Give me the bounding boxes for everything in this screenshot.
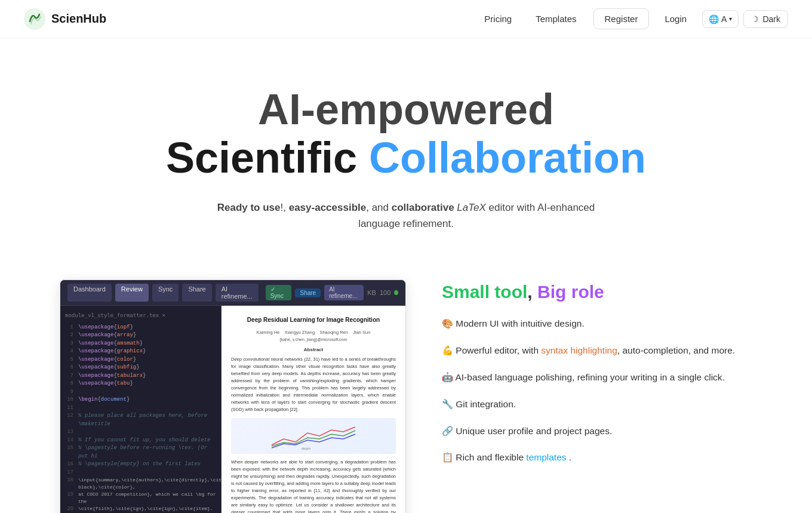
feature-emoji-3: 🔧 [442,399,453,409]
ai-btn[interactable]: AI refineme... [324,285,364,300]
features-heading-green: Small tool [442,282,527,302]
preview-authors: Kaiming He Xiangyu Zhang Shaoqing Ren Ji… [231,329,396,343]
logo-icon [24,8,45,30]
feature-item-3: 🔧 Git integration. [442,397,752,412]
sync-button[interactable]: ✓ Sync [266,285,292,300]
status-dot [394,290,398,295]
language-selector[interactable]: 🌐 A ▾ [702,10,739,28]
main-content: Dashboard Review Sync Share AI refineme.… [0,268,812,513]
syntax-highlight-link[interactable]: syntax highlighting [541,345,617,355]
screenshot-panel: Dashboard Review Sync Share AI refineme.… [60,279,406,513]
tab-review[interactable]: Review [115,284,149,302]
templates-link[interactable]: templates [526,452,566,462]
nav-pricing[interactable]: Pricing [475,9,521,29]
screenshot-body: module_v1_style_formatter.tex × 1\usepac… [60,306,405,513]
topbar-tabs: Dashboard Review Sync Share AI refineme.… [67,284,259,302]
preview-paper-title: Deep Residual Learning for Image Recogni… [231,315,396,324]
preview-abstract-heading: Abstract [231,346,396,354]
preview-body-text: When deeper networks are able to start c… [231,459,396,513]
chevron-down-icon: ▾ [729,16,732,22]
subtitle-excl: ! [281,202,284,213]
share-btn[interactable]: Share [295,288,321,297]
feature-item-4: 🔗 Unique user profile and project pages. [442,424,752,439]
hero-title-line1: AI-empowered [24,86,788,133]
hero-title-line2: Scientific Collaboration [24,133,788,183]
feature-item-1: 💪 Powerful editor, with syntax highlight… [442,343,752,358]
login-button[interactable]: Login [654,9,697,29]
topbar-actions: ✓ Sync Share AI refineme... KB 100 [266,285,398,300]
hero-title: AI-empowered Scientific Collaboration [24,86,788,183]
svg-point-0 [24,8,45,30]
tab-dashboard[interactable]: Dashboard [67,284,112,302]
language-label: A [721,14,727,24]
feature-emoji-5: 📋 [442,452,453,462]
features-comma: , [527,282,532,302]
features-heading: Small tool, Big role [442,282,752,302]
moon-icon: ☽ [751,14,759,24]
svg-text:depth: depth [302,447,310,450]
register-button[interactable]: Register [593,8,650,29]
preview-figure: depth [231,418,396,454]
subtitle-ready: Ready to use [217,202,281,213]
feature-emoji-0: 🎨 [442,318,453,328]
dark-mode-toggle[interactable]: ☽ Dark [743,10,788,28]
subtitle-collab: collaborative [392,202,454,213]
feature-item-5: 📋 Rich and flexible templates . [442,450,752,465]
brand-name: ScienHub [51,12,106,26]
language-icon: 🌐 [709,14,719,24]
feature-item-2: 🤖 AI-based language polishing, refining … [442,370,752,385]
hero-title-normal: Scientific [166,134,369,182]
code-editor-panel[interactable]: module_v1_style_formatter.tex × 1\usepac… [60,306,222,513]
subtitle-easy: easy-accessible [289,202,367,213]
tab-ai[interactable]: AI refineme... [216,284,259,302]
nav-templates[interactable]: Templates [526,9,586,29]
hero-section: AI-empowered Scientific Collaboration Re… [0,38,812,268]
file-breadcrumb: module_v1_style_formatter.tex × [65,312,216,320]
feature-emoji-2: 🤖 [442,372,453,382]
features-panel: Small tool, Big role 🎨 Modern UI with in… [442,279,752,477]
tab-share[interactable]: Share [182,284,211,302]
preview-panel: Deep Residual Learning for Image Recogni… [222,306,405,513]
tab-sync[interactable]: Sync [152,284,179,302]
dark-label: Dark [762,14,780,24]
subtitle-latex: LaTeX [457,202,486,213]
logo-link[interactable]: ScienHub [24,8,106,30]
hero-title-colored: Collaboration [369,134,646,182]
navbar: ScienHub Pricing Templates Register Logi… [0,0,812,38]
hero-subtitle: Ready to use!, easy-accessible, and coll… [24,199,788,232]
feature-emoji-4: 🔗 [442,426,453,436]
feature-emoji-1: 💪 [442,345,453,355]
kb-indicator: KB [367,289,376,296]
features-heading-purple: Big role [537,282,604,302]
preview-abstract-text: Deep convolutional neural networks (22, … [231,356,396,413]
zoom-indicator: 100 [380,289,390,296]
screenshot-topbar: Dashboard Review Sync Share AI refineme.… [60,280,405,306]
nav-links: Pricing Templates Register Login 🌐 A ▾ ☽… [475,8,788,29]
feature-item-0: 🎨 Modern UI with intuitive design. [442,317,752,331]
